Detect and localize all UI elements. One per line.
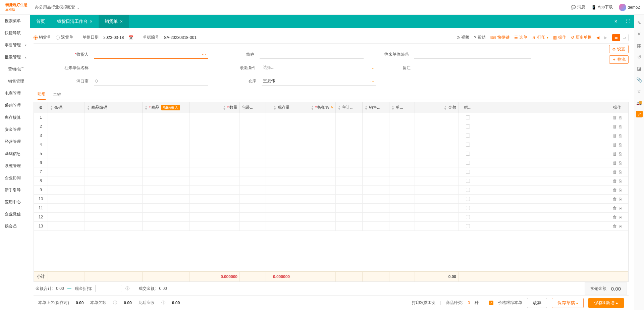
sidebar-subitem[interactable]: 营销推广 bbox=[0, 63, 30, 75]
rail-stock-icon[interactable]: ▦ bbox=[636, 42, 643, 49]
copy-row-icon[interactable]: ⎘ bbox=[619, 197, 622, 202]
logistics-button[interactable]: ＋物流 bbox=[609, 55, 629, 64]
rail-note-icon[interactable]: ✎ bbox=[636, 19, 643, 26]
delete-row-icon[interactable]: 🗑 bbox=[612, 124, 617, 129]
select-order-link[interactable]: ☰选单 bbox=[514, 35, 527, 40]
history-link[interactable]: ↺历史单据 bbox=[571, 35, 592, 40]
delete-row-icon[interactable]: 🗑 bbox=[612, 178, 617, 184]
sidebar-item[interactable]: 搜索菜单 bbox=[0, 15, 30, 27]
date-value[interactable]: 2023-03-18 bbox=[103, 35, 124, 40]
tab-close-all-button[interactable]: ✕ bbox=[610, 15, 622, 28]
warehouse-picker-icon[interactable]: ⋯ bbox=[370, 79, 374, 84]
sidebar-subitem[interactable]: 销售管理 bbox=[0, 75, 30, 87]
tab[interactable]: 钱货日清工作台✕ bbox=[51, 15, 99, 28]
sidebar-item[interactable]: 新手引导 bbox=[0, 184, 30, 196]
sidebar-item[interactable]: 库存核算 bbox=[0, 111, 30, 123]
sidebar-item[interactable]: 零售管理▾ bbox=[0, 39, 30, 51]
help-link[interactable]: ?帮助 bbox=[474, 35, 486, 40]
col-price[interactable]: ▲▼销售... bbox=[363, 102, 389, 113]
calendar-icon[interactable]: 📅 bbox=[128, 35, 133, 40]
delete-row-icon[interactable]: 🗑 bbox=[612, 206, 617, 211]
delete-row-icon[interactable]: 🗑 bbox=[612, 160, 617, 165]
sidebar-item[interactable]: 基础信息 bbox=[0, 148, 30, 160]
col-amount[interactable]: ▲▼金额 bbox=[415, 102, 459, 113]
delete-row-icon[interactable]: 🗑 bbox=[612, 215, 617, 220]
copy-row-icon[interactable]: ⎘ bbox=[619, 124, 622, 129]
help-icon[interactable]: ⓘ bbox=[113, 300, 117, 306]
table-row[interactable]: 11🗑⎘ bbox=[34, 204, 628, 213]
copy-row-icon[interactable]: ⎘ bbox=[619, 188, 622, 193]
col-gift[interactable]: 赠... bbox=[459, 102, 477, 113]
table-row[interactable]: 8🗑⎘ bbox=[34, 176, 628, 186]
col-barcode[interactable]: ▲▼条码 bbox=[48, 102, 85, 113]
sidebar-item[interactable]: 资金管理 bbox=[0, 123, 30, 136]
remark-input[interactable] bbox=[416, 63, 533, 72]
print-menu[interactable]: 🖨打印▾ bbox=[532, 35, 548, 40]
save-new-button[interactable]: 保存&新增▴ bbox=[588, 298, 624, 308]
col-settings[interactable]: ⚙ bbox=[34, 102, 48, 113]
col-product[interactable]: ▲▼*商品扫码录入 bbox=[143, 102, 190, 113]
table-row[interactable]: 3🗑⎘ bbox=[34, 131, 628, 140]
delete-row-icon[interactable]: 🗑 bbox=[612, 133, 617, 138]
table-row[interactable]: 2🗑⎘ bbox=[34, 122, 628, 131]
table-row[interactable]: 1🗑⎘ bbox=[34, 113, 628, 122]
copy-row-icon[interactable]: ⎘ bbox=[619, 224, 622, 229]
copy-row-icon[interactable]: ⎘ bbox=[619, 160, 622, 165]
sidebar-item[interactable]: 系统管理 bbox=[0, 160, 30, 172]
view-list-button[interactable]: ☰ bbox=[612, 34, 620, 41]
delete-row-icon[interactable]: 🗑 bbox=[612, 169, 617, 174]
table-row[interactable]: 4🗑⎘ bbox=[34, 140, 628, 149]
rail-history-icon[interactable]: ↺ bbox=[636, 54, 643, 60]
prev-doc-button[interactable]: ◀ bbox=[596, 35, 599, 40]
fullscreen-button[interactable]: ⛶ bbox=[622, 15, 634, 28]
table-row[interactable]: 9🗑⎘ bbox=[34, 186, 628, 195]
rail-star-icon[interactable]: ☆ bbox=[636, 88, 643, 95]
col-discount[interactable]: ▲▼*折扣%✎ bbox=[292, 102, 336, 113]
copy-row-icon[interactable]: ⎘ bbox=[619, 169, 622, 174]
edit-icon[interactable]: ✎ bbox=[330, 105, 333, 110]
copy-row-icon[interactable]: ⎘ bbox=[619, 215, 622, 220]
next-doc-button[interactable]: ▶ bbox=[604, 35, 607, 40]
gap-input[interactable] bbox=[94, 77, 208, 86]
scan-entry-button[interactable]: 扫码录入 bbox=[161, 105, 180, 110]
rail-attach-icon[interactable]: 📎 bbox=[636, 76, 643, 83]
sidebar-item[interactable]: 经营管理 bbox=[0, 136, 30, 148]
consignee-input[interactable] bbox=[94, 50, 208, 59]
close-icon[interactable]: ✕ bbox=[90, 19, 93, 24]
delete-row-icon[interactable]: 🗑 bbox=[612, 142, 617, 147]
app-download-button[interactable]: 📱App下载 bbox=[591, 4, 613, 10]
copy-row-icon[interactable]: ⎘ bbox=[619, 178, 622, 184]
radio-sales[interactable]: 销货单 bbox=[34, 35, 51, 40]
table-row[interactable]: 13🗑⎘ bbox=[34, 222, 628, 231]
tab[interactable]: 首页 bbox=[30, 15, 51, 28]
sidebar-item[interactable]: 采购管理 bbox=[0, 99, 30, 111]
sidebar-item[interactable]: 企业协同 bbox=[0, 172, 30, 184]
discount-input[interactable] bbox=[95, 285, 122, 292]
consignee-picker-icon[interactable]: ⋯ bbox=[202, 52, 206, 57]
table-row[interactable]: 12🗑⎘ bbox=[34, 213, 628, 222]
rail-expand-icon[interactable]: ⤢ bbox=[636, 111, 643, 117]
col-unitprice[interactable]: ▲▼单... bbox=[389, 102, 415, 113]
tab[interactable]: 销货单✕ bbox=[99, 15, 129, 28]
delete-row-icon[interactable]: 🗑 bbox=[612, 115, 617, 120]
payterm-select[interactable]: 选择...⌄ bbox=[262, 63, 376, 72]
track-checkbox[interactable]: ✓ bbox=[489, 301, 493, 305]
copy-row-icon[interactable]: ⎘ bbox=[619, 133, 622, 138]
copy-row-icon[interactable]: ⎘ bbox=[619, 206, 622, 211]
col-unit[interactable]: ▲▼主计... bbox=[336, 102, 363, 113]
messages-button[interactable]: 💬消息 bbox=[571, 4, 585, 10]
abbr-input[interactable] bbox=[260, 50, 364, 59]
save-draft-button[interactable]: 保存草稿▴ bbox=[552, 298, 584, 308]
subtab-detail[interactable]: 明细 bbox=[38, 91, 46, 100]
col-stock[interactable]: ▲▼现存量 bbox=[266, 102, 292, 113]
partner-name-input[interactable] bbox=[94, 63, 208, 72]
close-icon[interactable]: ✕ bbox=[120, 19, 123, 24]
rail-price-icon[interactable]: ¥ bbox=[636, 31, 643, 38]
help-icon[interactable]: ⓘ bbox=[125, 286, 129, 292]
sidebar-item[interactable]: 企业微信 bbox=[0, 208, 30, 220]
table-row[interactable]: 10🗑⎘ bbox=[34, 195, 628, 204]
subtab-two[interactable]: 二维 bbox=[53, 92, 61, 100]
sidebar-item[interactable]: 批发管理▴ bbox=[0, 51, 30, 63]
table-row[interactable]: 6🗑⎘ bbox=[34, 158, 628, 167]
copy-row-icon[interactable]: ⎘ bbox=[619, 151, 622, 156]
